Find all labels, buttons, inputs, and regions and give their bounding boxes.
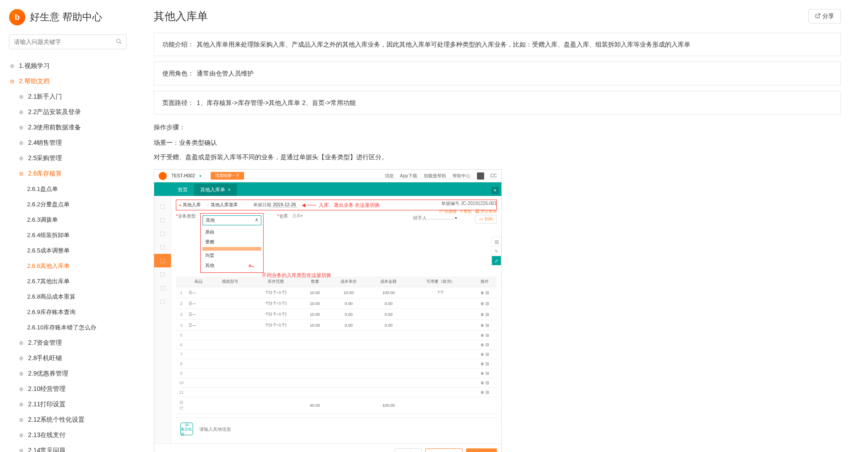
table-row: 4☰—个(1个=1个)10.000.000.00⊕ ⊟ xyxy=(176,320,497,331)
table-header: 操作 xyxy=(473,276,497,287)
nav-item[interactable]: ⊕2.3使用前数据准备 xyxy=(9,120,127,135)
search-box xyxy=(9,34,127,49)
dropdown-input: 其他∧ xyxy=(203,215,261,225)
nav-label: 2.4销售管理 xyxy=(28,139,62,147)
nav-item[interactable]: 2.6.4组装拆卸单 xyxy=(9,228,127,243)
nav-item[interactable]: ⊕2.4销售管理 xyxy=(9,135,127,151)
nav-label: 2.6.7其他出库单 xyxy=(27,277,70,285)
plus-circle-icon: ⊕ xyxy=(18,371,24,377)
nav-item[interactable]: 2.6.9库存账本查询 xyxy=(9,305,127,320)
nav-label: 2.2产品安装及登录 xyxy=(28,108,81,116)
nav-label: 2.6.5成本调整单 xyxy=(27,247,70,255)
plus-circle-icon: ⊕ xyxy=(18,140,24,146)
minus-circle-icon: ⊖ xyxy=(18,171,24,177)
nav-item[interactable]: ⊕2.12系统个性化设置 xyxy=(9,412,127,428)
nav-item[interactable]: 2.6.8商品成本重算 xyxy=(9,289,127,305)
table-row: 8⊕ ⊟ xyxy=(176,359,497,369)
table-row: 10⊕ ⊟ xyxy=(176,378,497,388)
nav-item[interactable]: ⊖2.帮助文档 xyxy=(9,74,127,89)
embedded-screenshot: TEST-H002 ▾ 现需续接一下 消息 App下载 加载慢帮助 帮助中心 C… xyxy=(154,169,502,452)
nav-label: 2.3使用前数据准备 xyxy=(28,124,81,132)
nav-item[interactable]: 2.6.1盘点单 xyxy=(9,181,127,197)
nav-item[interactable]: ⊕2.7资金管理 xyxy=(9,335,127,351)
search-icon[interactable] xyxy=(116,38,122,46)
scene1-title: 场景一：业务类型确认 xyxy=(154,139,841,147)
nav-item[interactable]: ⊕2.11打印设置 xyxy=(9,397,127,412)
ss-left-nav: ⬚ ⬚ ⬚ ⬚ ⬚ ⬚ ⬚ ⬚ xyxy=(154,196,171,443)
nav-item[interactable]: 2.6.2分量盘点单 xyxy=(9,197,127,212)
nav-label: 2.6.4组装拆卸单 xyxy=(27,231,70,239)
table-header: 规格型号 xyxy=(210,276,250,287)
ss-tenant: TEST-H002 xyxy=(171,173,195,178)
nav-item[interactable]: ⊕2.1新手入门 xyxy=(9,89,127,105)
nav-list: ⊕1.视频学习⊖2.帮助文档⊕2.1新手入门⊕2.2产品安装及登录⊕2.3使用前… xyxy=(9,58,127,452)
warehouse-label: *仓库 xyxy=(277,213,288,219)
nav-item[interactable]: ⊕1.视频学习 xyxy=(9,58,127,74)
radio-in: 其他入库 xyxy=(179,202,201,208)
nav-icon-8: ⬚ xyxy=(154,295,171,308)
nav-label: 2.6.10库存账本错了怎么办 xyxy=(27,324,96,332)
info-boxes: 功能介绍：其他入库单用来处理除采购入库、产成品入库之外的其他入库业务，因此其他入… xyxy=(154,33,841,114)
plus-circle-icon: ⊕ xyxy=(18,401,24,408)
nav-item[interactable]: 2.6.6其他入库单 xyxy=(9,258,127,274)
nav-label: 2.8手机旺铺 xyxy=(28,354,62,362)
nav-item[interactable]: ⊕2.5采购管理 xyxy=(9,151,127,166)
scan-btn: ▭ 扫码 xyxy=(475,215,497,224)
nav-item[interactable]: ⊕2.9优惠券管理 xyxy=(9,366,127,381)
ss-form-row: *业务类型 其他∧ 原由受赠均置其他 *仓库 总库▾ 经手人 ▾ ▭ 扫码 xyxy=(176,213,497,273)
ss-table: 商品规格型号库存范围数量成本单价成本金额可用量（取消）操作 1☰—个(1个=1个… xyxy=(176,276,497,414)
btn-save: 保存 xyxy=(466,448,497,452)
nav-icon-4: ⬚ xyxy=(154,240,171,254)
brand-row: b 好生意 帮助中心 xyxy=(9,9,127,25)
dropdown-option: 原由 xyxy=(203,227,261,237)
nav-label: 2.13在线支付 xyxy=(28,431,66,439)
ss-footer: 放弃 保存草稿 保存 xyxy=(154,443,501,452)
dropdown-option: 受赠 xyxy=(203,237,261,247)
ss-link-app: App下载 xyxy=(400,173,417,179)
nav-item[interactable]: ⊕2.14常见问题 xyxy=(9,443,127,452)
info-label: 使用角色： xyxy=(162,70,194,77)
table-header: 成本金额 xyxy=(368,276,408,287)
nav-label: 2.6库存核算 xyxy=(28,170,62,178)
table-row: 7⊕ ⊟ xyxy=(176,350,497,359)
nav-item[interactable]: ⊕2.2产品安装及登录 xyxy=(9,105,127,120)
brand-logo: b xyxy=(9,9,25,25)
nav-item[interactable]: 2.6.7其他出库单 xyxy=(9,274,127,289)
chevron-icon: ∧ xyxy=(255,217,258,224)
search-input[interactable] xyxy=(9,34,127,49)
ss-tabs: 首页 其他入库单× xyxy=(154,182,501,196)
share-icon xyxy=(815,13,821,20)
nav-item[interactable]: ⊕2.13在线支付 xyxy=(9,428,127,443)
nav-item[interactable]: 2.6.3调拨单 xyxy=(9,212,127,228)
ss-right-icons: ▨ ✎ ⤢ xyxy=(491,237,501,265)
table-header xyxy=(176,276,187,287)
nav-item[interactable]: 2.6.5成本调整单 xyxy=(9,243,127,258)
other-fields: 经手人 ▾ ▭ 扫码 xyxy=(413,213,497,224)
nav-item[interactable]: ⊕2.10经营管理 xyxy=(9,381,127,397)
ss-body: ⬚ ⬚ ⬚ ⬚ ⬚ ⬚ ⬚ ⬚ 单据编号 JC-20191226-001 ▤ 快… xyxy=(154,196,501,443)
close-icon: × xyxy=(228,187,231,192)
tool-icon-1: ▨ xyxy=(491,237,501,247)
nav-label: 2.5采购管理 xyxy=(28,154,62,162)
chevron-down-icon: ▾ xyxy=(199,174,202,178)
nav-label: 2.11打印设置 xyxy=(28,400,66,409)
ops-heading: 操作步骤： xyxy=(154,124,841,132)
nav-item[interactable]: ⊖2.6库存核算 xyxy=(9,166,127,181)
nav-item[interactable]: ⊕2.8手机旺铺 xyxy=(9,351,127,366)
nav-label: 2.1新手入门 xyxy=(28,93,62,101)
ss-link-msg: 消息 xyxy=(385,173,394,179)
info-label: 功能介绍： xyxy=(162,41,194,48)
info-text: 其他入库单用来处理除采购入库、产成品入库之外的其他入库业务，因此其他入库单可处理… xyxy=(197,41,690,48)
dropdown-option: 均置 xyxy=(203,251,261,261)
share-button[interactable]: 分享 xyxy=(808,9,841,24)
table-row: 9⊕ ⊟ xyxy=(176,369,497,378)
nav-item[interactable]: 2.6.10库存账本错了怎么办 xyxy=(9,320,127,335)
avatar-icon xyxy=(477,172,484,180)
nav-label: 2.6.1盘点单 xyxy=(27,185,58,193)
ss-tab-active: 其他入库单× xyxy=(194,184,237,196)
share-label: 分享 xyxy=(822,12,834,20)
plus-circle-icon: ⊕ xyxy=(18,432,24,438)
ss-date-value: 2019-12-26 xyxy=(271,202,298,208)
nav-label: 2.7资金管理 xyxy=(28,339,62,347)
info-box: 使用角色：通常由仓管人员维护 xyxy=(154,62,841,85)
